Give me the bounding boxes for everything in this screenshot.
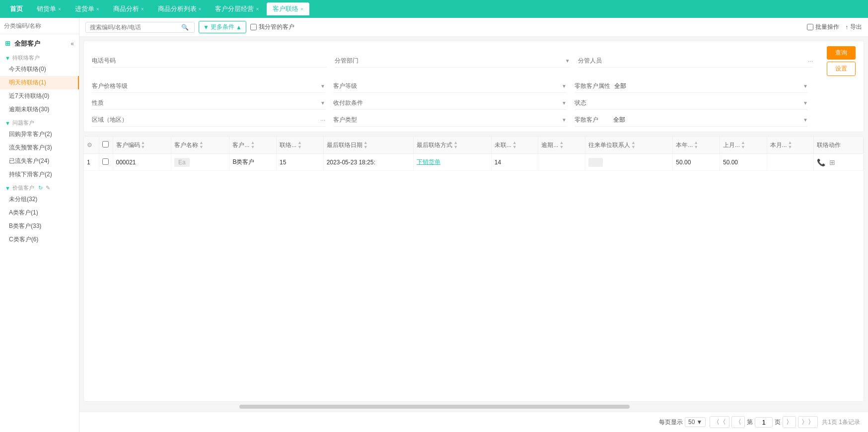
filter-payment[interactable]: 收付款条件 ▼ [333, 97, 567, 110]
nav-product-analysis[interactable]: 商品分析 × [107, 2, 150, 15]
batch-op-btn[interactable]: 批量操作 [807, 23, 839, 31]
sort-icon[interactable]: ▲▼ [199, 141, 204, 149]
edit-icon[interactable]: ✎ [46, 185, 50, 191]
batch-op-check[interactable] [807, 24, 813, 30]
nav-purchase-order[interactable]: 进货单 × [69, 2, 105, 15]
filter-price-level-select[interactable]: ▼ [132, 83, 325, 89]
export-btn[interactable]: ↑ 导出 [845, 23, 862, 31]
filter-status-select[interactable]: ▼ [613, 100, 808, 106]
sort-icon[interactable]: ▲▼ [631, 141, 636, 149]
more-filter-btn[interactable]: ▼ 更多条件 ▲ [199, 21, 246, 33]
nav-customer-contact[interactable]: 客户联络 × [267, 2, 309, 15]
nav-product-analysis-list[interactable]: 商品分析列表 × [152, 2, 208, 15]
filter-retail-attr[interactable]: 零散客户属性 全部 ▼ [575, 80, 808, 93]
close-icon[interactable]: × [58, 6, 61, 12]
search-icon[interactable]: 🔍 [181, 24, 189, 31]
filter-nature-select[interactable]: ▼ [131, 100, 325, 106]
refresh-icon[interactable]: ↻ [38, 185, 43, 191]
page-size-box[interactable]: 50 ▼ [685, 417, 706, 427]
sidebar-item-tomorrow[interactable]: 明天待联络(1) [0, 76, 79, 89]
filter-dept[interactable]: 分管部门 ▼ [335, 55, 570, 68]
sort-icon[interactable]: ▲▼ [453, 141, 458, 149]
close-icon[interactable]: × [300, 6, 303, 12]
filter-retail[interactable]: 零散客户 全部 ▼ [575, 114, 808, 127]
sort-icon[interactable]: ▲▼ [512, 141, 517, 149]
th-last-contact-date[interactable]: 最后联络日期 ▲▼ [323, 137, 413, 154]
th-contact-count[interactable]: 联络... ▲▼ [277, 137, 324, 154]
filter-cust-type-select[interactable]: ▼ [372, 117, 567, 123]
sidebar-item-class-c[interactable]: C类客户(6) [0, 233, 79, 246]
close-icon[interactable]: × [141, 6, 144, 12]
th-checkbox[interactable] [99, 137, 113, 154]
query-button[interactable]: 查询 [827, 46, 856, 60]
th-customer-code[interactable]: 客户编码 ▲▼ [113, 137, 171, 154]
scroll-thumb[interactable] [239, 405, 630, 409]
filter-manager-dots[interactable]: ··· [808, 58, 813, 65]
filter-nature[interactable]: 性质 ▼ [92, 97, 325, 110]
my-customers-check[interactable] [250, 24, 257, 30]
cell-last-contact-method[interactable]: 下销货单 [414, 154, 492, 171]
sidebar-search-input[interactable] [4, 22, 78, 29]
th-customer-name[interactable]: 客户名称 ▲▼ [171, 137, 229, 154]
filter-dept-select[interactable]: ▼ [373, 58, 570, 64]
grid-action-icon[interactable]: ⊞ [829, 158, 835, 166]
nav-customer-layered[interactable]: 客户分层经营 × [209, 2, 265, 15]
sidebar-all-customers[interactable]: ⊞ 全部客户 « [0, 36, 79, 51]
my-customers-checkbox[interactable]: 我分管的客户 [250, 23, 294, 31]
sort-icon[interactable]: ▲▼ [297, 141, 302, 149]
collapse-icon[interactable]: « [71, 40, 74, 47]
last-contact-link[interactable]: 下销货单 [417, 158, 440, 165]
phone-icon[interactable]: 📞 [817, 158, 825, 166]
nav-home[interactable]: 首页 [4, 2, 29, 15]
settings-icon[interactable]: ⚙ [87, 142, 92, 148]
sidebar-item-7days[interactable]: 近7天待联络(0) [0, 89, 79, 103]
sort-icon[interactable]: ▲▼ [788, 141, 793, 149]
last-page-btn[interactable]: 〉〉 [798, 416, 818, 428]
th-this-month[interactable]: 本月... ▲▼ [767, 137, 814, 154]
nav-sales-order[interactable]: 销货单 × [31, 2, 67, 15]
sidebar-item-repurchase-abnormal[interactable]: 回购异常客户(2) [0, 128, 79, 141]
sidebar-item-declining[interactable]: 持续下滑客户(2) [0, 168, 79, 181]
th-last-month[interactable]: 上月... ▲▼ [720, 137, 767, 154]
search-input[interactable] [90, 24, 179, 31]
prev-page-btn[interactable]: 〈 [731, 416, 745, 428]
search-box[interactable]: 🔍 [85, 22, 195, 33]
th-settings[interactable]: ⚙ [84, 137, 99, 154]
filter-cust-type[interactable]: 客户类型 ▼ [333, 114, 567, 127]
sidebar-item-overdue[interactable]: 逾期未联络(30) [0, 103, 79, 116]
select-all-checkbox[interactable] [102, 141, 109, 147]
th-last-contact-method[interactable]: 最后联络方式 ▲▼ [414, 137, 492, 154]
th-year-amount[interactable]: 本年... ▲▼ [673, 137, 720, 154]
set-button[interactable]: 设置 [827, 62, 856, 76]
th-unit-contact[interactable]: 往来单位联系人 ▲▼ [585, 137, 673, 154]
first-page-btn[interactable]: 〈〈 [710, 416, 729, 428]
sidebar-item-churned[interactable]: 已流失客户(24) [0, 154, 79, 168]
filter-region-dots[interactable]: ··· [320, 117, 325, 124]
filter-status[interactable]: 状态 ▼ [575, 97, 808, 110]
filter-cust-level-select[interactable]: ▼ [372, 83, 567, 89]
sidebar-item-churn-warning[interactable]: 流失预警客户(3) [0, 141, 79, 154]
th-customer-type[interactable]: 客户... ▲▼ [229, 137, 277, 154]
horizontal-scrollbar[interactable] [83, 404, 864, 410]
filter-retail-select[interactable]: 全部 ▼ [613, 116, 808, 124]
close-icon[interactable]: × [199, 6, 202, 12]
th-unlisted[interactable]: 未联... ▲▼ [491, 137, 538, 154]
filter-payment-select[interactable]: ▼ [372, 100, 567, 106]
cell-checkbox[interactable] [99, 154, 113, 171]
filter-retail-attr-select[interactable]: 全部 ▼ [614, 82, 808, 90]
sort-icon[interactable]: ▲▼ [250, 141, 255, 149]
sidebar-item-class-b[interactable]: B类客户(33) [0, 219, 79, 233]
sidebar-item-ungrouped[interactable]: 未分组(32) [0, 193, 79, 206]
close-icon[interactable]: × [96, 6, 99, 12]
sort-icon[interactable]: ▲▼ [559, 141, 564, 149]
filter-cust-level[interactable]: 客户等级 ▼ [333, 80, 567, 93]
sort-icon[interactable]: ▲▼ [694, 141, 698, 149]
row-checkbox[interactable] [102, 158, 109, 165]
filter-price-level[interactable]: 客户价格等级 ▼ [92, 80, 325, 93]
page-number-input[interactable] [755, 417, 773, 428]
sort-icon[interactable]: ▲▼ [141, 141, 145, 149]
sidebar-item-class-a[interactable]: A类客户(1) [0, 206, 79, 219]
filter-phone-input[interactable] [131, 58, 327, 65]
th-overdue[interactable]: 逾期... ▲▼ [538, 137, 585, 154]
sidebar-item-today[interactable]: 今天待联络(0) [0, 63, 79, 76]
